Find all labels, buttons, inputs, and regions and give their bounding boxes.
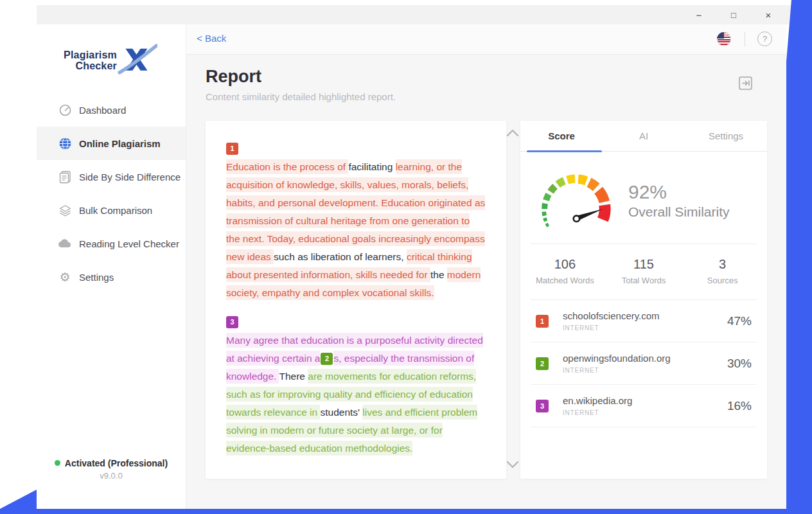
highlighted-report-panel: 1 Education is the process of facilitati… — [206, 121, 506, 479]
stat-total-words: 115 Total Words — [605, 257, 684, 285]
sidebar-item-label: Side By Side Difference — [79, 172, 181, 182]
source-percent: 16% — [727, 399, 752, 413]
source-2-badge[interactable]: 2 — [321, 353, 333, 365]
document-icon — [58, 170, 72, 184]
logo-x-icon — [118, 42, 157, 78]
similarity-percent: 92% — [628, 181, 730, 203]
source-row-2[interactable]: 2 openwingsfoundation.org INTERNET 30% — [531, 342, 757, 385]
blue-bottom-bar — [0, 509, 812, 514]
stat-sources: 3 Sources — [683, 257, 762, 285]
scroll-up-icon[interactable] — [505, 127, 520, 140]
source-3-badge: 3 — [536, 400, 549, 412]
layers-icon — [58, 203, 72, 217]
sidebar-item-side-by-side[interactable]: Side By Side Difference — [37, 160, 186, 193]
sidebar-nav: Dashboard Online Plagiarism Side By Side… — [37, 93, 186, 294]
source-percent: 47% — [727, 314, 752, 328]
activation-label: Activated (Professional) — [65, 458, 168, 468]
help-icon[interactable]: ? — [757, 31, 772, 46]
export-icon[interactable] — [737, 76, 753, 91]
source-domain: openwingsfoundation.org — [563, 353, 727, 364]
sidebar-item-label: Reading Level Checker — [79, 238, 179, 249]
source-percent: 30% — [727, 357, 752, 371]
unmatched-text: There — [279, 371, 308, 382]
score-panel: Score AI Settings — [520, 121, 767, 479]
source-type: INTERNET — [563, 409, 727, 416]
similarity-label: Overall Similarity — [628, 204, 730, 220]
app-logo: Plagiarism Checker — [37, 42, 157, 79]
source-domain: schoolofsciencery.com — [563, 310, 727, 321]
scroll-down-icon[interactable] — [505, 459, 520, 472]
source-2-badge: 2 — [536, 357, 549, 370]
source-type: INTERNET — [563, 324, 727, 332]
blue-corner-triangle — [0, 490, 37, 509]
sidebar-item-label: Online Plagiarism — [79, 138, 161, 149]
sources-list: 1 schoolofsciencery.com INTERNET 47% 2 o… — [520, 300, 767, 427]
titlebar: − □ × — [37, 5, 791, 24]
sidebar-item-label: Dashboard — [79, 105, 126, 116]
close-button[interactable]: × — [761, 7, 776, 22]
unmatched-text: such as liberation of learners, — [274, 251, 407, 262]
page-title: Report — [206, 67, 261, 87]
report-paragraph-1: 1 Education is the process of facilitati… — [226, 143, 486, 302]
tab-ai[interactable]: AI — [603, 121, 685, 151]
sidebar-item-label: Bulk Comparison — [79, 205, 152, 216]
source-3-badge[interactable]: 3 — [226, 316, 238, 328]
top-navigation-bar: < Back ? — [186, 24, 786, 55]
matched-text-source-1: Education is the process of — [226, 159, 348, 174]
dashboard-gauge-icon — [58, 103, 72, 117]
unmatched-text: facilitating — [348, 161, 395, 172]
report-paragraph-2: 3 Many agree that education is a purpose… — [226, 316, 486, 457]
tab-score[interactable]: Score — [520, 121, 603, 151]
blue-edge-decoration — [786, 0, 812, 514]
sidebar-item-reading-level[interactable]: Reading Level Checker — [37, 227, 186, 260]
us-flag-language-icon[interactable] — [717, 32, 731, 46]
similarity-gauge-row: 92% Overall Similarity — [520, 152, 767, 244]
source-type: INTERNET — [563, 367, 727, 374]
matched-text-source-1: learning, or the acquisition of knowledg… — [226, 159, 485, 264]
speedometer-gauge-icon — [536, 166, 618, 235]
app-version: v9.0.0 — [37, 471, 186, 481]
minimize-button[interactable]: − — [691, 7, 707, 22]
source-row-3[interactable]: 3 en.wikipedia.org INTERNET 16% — [531, 385, 757, 427]
unmatched-text: students' — [320, 407, 362, 418]
maximize-button[interactable]: □ — [726, 7, 741, 22]
source-row-1[interactable]: 1 schoolofsciencery.com INTERNET 47% — [531, 300, 757, 342]
cloud-icon — [58, 236, 72, 251]
window-controls: − □ × — [691, 5, 776, 24]
source-1-badge[interactable]: 1 — [226, 143, 238, 155]
source-1-badge: 1 — [536, 315, 549, 328]
separator — [745, 32, 745, 46]
sidebar-item-dashboard[interactable]: Dashboard — [37, 93, 186, 127]
tab-settings[interactable]: Settings — [685, 121, 767, 151]
page-subtitle: Content similarity detailed highlighted … — [206, 91, 396, 102]
sidebar-item-bulk-comparison[interactable]: Bulk Comparison — [37, 193, 186, 227]
status-dot-icon — [55, 460, 60, 466]
score-panel-tabs: Score AI Settings — [520, 121, 767, 152]
stat-matched-words: 106 Matched Words — [525, 257, 605, 285]
source-domain: en.wikipedia.org — [563, 395, 727, 406]
sidebar-item-label: Settings — [79, 272, 114, 283]
stats-row: 106 Matched Words 115 Total Words 3 Sour… — [520, 244, 767, 299]
app-logo-text: Plagiarism Checker — [64, 49, 117, 71]
main-content: Report Content similarity detailed highl… — [186, 55, 786, 509]
back-button[interactable]: < Back — [197, 33, 226, 44]
active-tab-underline — [527, 150, 602, 152]
activation-status: Activated (Professional) v9.0.0 — [37, 457, 186, 481]
sidebar-item-online-plagiarism[interactable]: Online Plagiarism — [37, 127, 186, 160]
gear-icon: ⚙ — [58, 270, 72, 284]
globe-icon — [58, 136, 72, 150]
overall-similarity: 92% Overall Similarity — [628, 181, 730, 220]
sidebar: Plagiarism Checker Dashboard Online Plag… — [37, 24, 186, 509]
sidebar-item-settings[interactable]: ⚙ Settings — [37, 260, 186, 294]
unmatched-text: the — [430, 269, 447, 280]
